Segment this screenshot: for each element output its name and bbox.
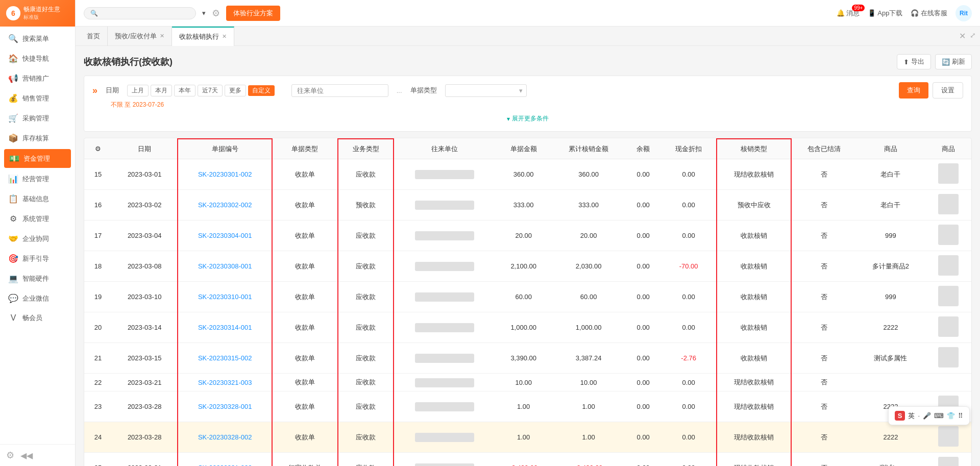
cell-date: 2023-03-14 xyxy=(112,312,178,343)
user-avatar[interactable]: Rit xyxy=(955,5,972,21)
cell-amount: 2,100.00 xyxy=(495,251,552,282)
cell-product1: 测试jun xyxy=(856,453,925,467)
date-btn-this-year[interactable]: 本年 xyxy=(174,85,195,96)
refresh-button[interactable]: 🔄 刷新 xyxy=(935,54,972,69)
cell-verified: 10.00 xyxy=(552,374,625,391)
sidebar-item-wechat[interactable]: 💬 企业微信 xyxy=(0,288,75,308)
cell-num: 22 xyxy=(84,374,112,391)
sidebar-item-hardware[interactable]: 💻 智能硬件 xyxy=(0,268,75,288)
bill-no-link[interactable]: SK-20230314-001 xyxy=(198,324,252,331)
tab-close-icon[interactable]: ✕ xyxy=(160,33,164,39)
date-btn-last-month[interactable]: 上月 xyxy=(127,85,149,96)
bill-no-link[interactable]: SK-20230328-002 xyxy=(198,433,252,441)
sidebar-item-enterprise[interactable]: 🤝 企业协同 xyxy=(0,229,75,249)
sidebar-item-guide[interactable]: 🎯 新手引导 xyxy=(0,249,75,268)
bill-no-link[interactable]: SK-20230310-001 xyxy=(198,293,252,301)
topbar-dropdown[interactable]: ▾ xyxy=(202,9,206,17)
settings-icon[interactable]: ⚙ xyxy=(6,450,14,461)
sidebar-item-basic[interactable]: 📋 基础信息 xyxy=(0,189,75,209)
query-button[interactable]: 查询 xyxy=(899,82,928,99)
date-btn-custom[interactable]: 自定义 xyxy=(248,85,275,96)
expand-button[interactable]: ▾ 展开更多条件 xyxy=(505,112,551,125)
collapse-icon[interactable]: ◀◀ xyxy=(20,451,33,460)
table-scroll[interactable]: ⚙ 日期 单据编号 单据类型 业务类型 往来单位 单据金额 累计核销金额 余额 … xyxy=(84,138,971,466)
tab-verification[interactable]: 收款核销执行 ✕ xyxy=(172,27,234,46)
sidebar-item-sales[interactable]: 💰 销售管理 xyxy=(0,88,75,108)
cell-balance: 0.00 xyxy=(625,374,661,391)
date-btn-7days[interactable]: 近7天 xyxy=(198,85,223,96)
partner-input[interactable] xyxy=(291,84,388,97)
keyboard-icon[interactable]: ⌨ xyxy=(934,412,944,420)
table-row: 23 2023-03-28 SK-20230328-001 收款单 应收款 ██… xyxy=(84,391,971,422)
export-button[interactable]: ⬆ 导出 xyxy=(897,54,931,69)
settings-button[interactable]: 设置 xyxy=(933,82,963,99)
sidebar-item-search[interactable]: 🔍 搜索菜单 xyxy=(0,29,75,48)
voucher-type-select[interactable] xyxy=(445,84,527,97)
bill-no-link[interactable]: SK-20230304-001 xyxy=(198,232,252,239)
cell-bill-type: 收款单 xyxy=(272,190,337,220)
table-row: 15 2023-03-01 SK-20230301-002 收款单 应收款 ██… xyxy=(84,159,971,190)
mic-icon[interactable]: 🎤 xyxy=(923,412,931,420)
col-verified: 累计核销金额 xyxy=(552,139,625,159)
sidebar-item-label: 库存核算 xyxy=(22,134,49,143)
col-amount: 单据金额 xyxy=(495,139,552,159)
cell-included: 否 xyxy=(791,374,856,391)
tab-close-icon[interactable]: ✕ xyxy=(222,33,227,40)
notification-icon: 🔔 xyxy=(837,9,845,17)
cell-verify-type: 现结收款核销 xyxy=(717,374,792,391)
cell-included: 否 xyxy=(791,220,856,251)
sidebar-item-purchase[interactable]: 🛒 采购管理 xyxy=(0,108,75,128)
grid-icon[interactable]: ⠿ xyxy=(958,412,963,420)
sidebar-item-finance[interactable]: 💵 资金管理 xyxy=(4,149,71,168)
bill-no-link[interactable]: SK-20230315-002 xyxy=(198,354,252,362)
shirt-icon[interactable]: 👕 xyxy=(947,412,955,420)
sidebar-item-marketing[interactable]: 📢 营销推广 xyxy=(0,68,75,88)
bill-no-link[interactable]: SK-20230331-002 xyxy=(198,464,252,466)
sidebar-item-operations[interactable]: 📊 经营管理 xyxy=(0,169,75,189)
inventory-icon: 📦 xyxy=(8,133,18,143)
bill-no-link[interactable]: SK-20230301-002 xyxy=(198,170,252,178)
sidebar-item-quicknav[interactable]: 🏠 快捷导航 xyxy=(0,48,75,68)
date-btn-this-month[interactable]: 本月 xyxy=(151,85,172,96)
cell-product2 xyxy=(925,190,971,220)
basic-icon: 📋 xyxy=(8,194,18,204)
bill-no-link[interactable]: SK-20230328-001 xyxy=(198,403,252,410)
cell-discount: 0.00 xyxy=(661,422,716,453)
table-row: 19 2023-03-10 SK-20230310-001 收款单 应收款 ██… xyxy=(84,282,971,312)
date-range-display: 不限 至 2023-07-26 xyxy=(111,101,164,108)
cell-product2 xyxy=(925,282,971,312)
topbar-search[interactable]: 🔍 xyxy=(84,7,196,19)
date-buttons: 上月 本月 本年 近7天 更多 自定义 xyxy=(127,85,275,96)
sidebar-item-label: 智能硬件 xyxy=(22,274,49,283)
sidebar-item-label: 系统管理 xyxy=(22,214,49,224)
cell-date: 2023-03-15 xyxy=(112,343,178,374)
close-tab-icon[interactable]: ✕ xyxy=(959,31,966,41)
partner-dots[interactable]: ... xyxy=(397,87,402,94)
floating-brand: S 英 · 🎤 ⌨ 👕 ⠿ xyxy=(888,406,970,425)
bill-no-link[interactable]: SK-20230308-001 xyxy=(198,262,252,270)
app-download-link[interactable]: 📱 App下载 xyxy=(868,9,902,18)
gear-button[interactable]: ⚙ xyxy=(212,8,220,19)
sidebar-item-label: 畅会员 xyxy=(22,313,42,323)
date-btn-more[interactable]: 更多 xyxy=(225,85,246,96)
bill-no-link[interactable]: SK-20230302-002 xyxy=(198,201,252,209)
cell-verify-type: 收款核销 xyxy=(717,282,792,312)
col-gear[interactable]: ⚙ xyxy=(84,139,112,159)
cell-amount: 1,000.00 xyxy=(495,312,552,343)
notification-area[interactable]: 🔔 消息 99+ xyxy=(837,9,860,18)
sidebar-item-label: 新手引导 xyxy=(22,254,49,263)
sidebar-item-system[interactable]: ⚙ 系统管理 xyxy=(0,209,75,229)
chevron-down-icon: ▾ xyxy=(507,115,510,122)
solution-button[interactable]: 体验行业方案 xyxy=(226,6,280,21)
sidebar-item-member[interactable]: V 畅会员 xyxy=(0,308,75,328)
tab-receivable[interactable]: 预收/应收付单 ✕ xyxy=(108,27,172,46)
expand-toggle[interactable]: » xyxy=(92,85,97,96)
sidebar-item-inventory[interactable]: 📦 库存核算 xyxy=(0,128,75,148)
online-service-link[interactable]: 🎧 在线客服 xyxy=(911,9,947,18)
maximize-icon[interactable]: ⤢ xyxy=(970,31,976,41)
page-header-actions: ⬆ 导出 🔄 刷新 xyxy=(897,54,972,69)
bill-no-link[interactable]: SK-20230321-003 xyxy=(198,379,252,386)
cell-discount: -70.00 xyxy=(661,251,716,282)
tab-home[interactable]: 首页 xyxy=(80,27,108,46)
cell-bill-no: SK-20230315-002 xyxy=(178,343,272,374)
